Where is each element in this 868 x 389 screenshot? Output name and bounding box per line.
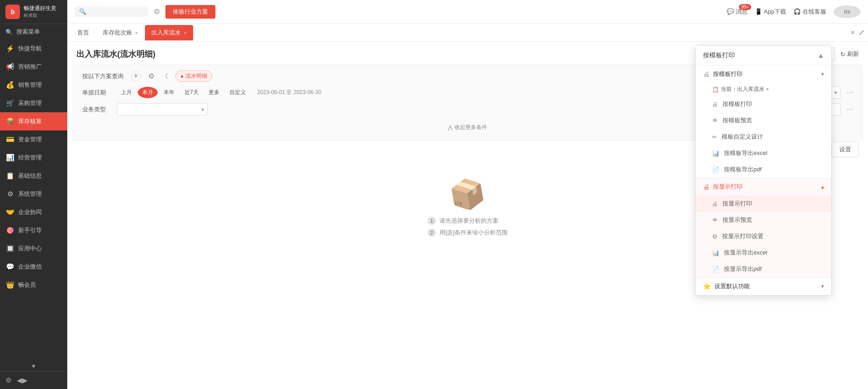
user-name: Rit — [844, 9, 850, 15]
display-preview-label: 按显示预览 — [723, 216, 752, 224]
sidebar-item-wechat[interactable]: 💬 企业微信 — [0, 258, 67, 276]
dropdown-section-display-left: 🖨 按显示打印 — [703, 183, 743, 191]
dropdown-item-template-export-excel[interactable]: 📊 按模板导出excel — [696, 145, 831, 161]
template-print-item-icon: 🖨 — [712, 101, 718, 108]
tab-batch-close[interactable]: × — [135, 30, 138, 35]
topbar-search-box[interactable]: 🔍 — [75, 6, 148, 17]
topbar-search-input[interactable] — [89, 8, 144, 15]
sidebar-item-inventory[interactable]: 📦 库存核算 — [0, 112, 67, 130]
tabs-close-icon[interactable]: × — [851, 29, 855, 37]
topbar-message[interactable]: 💬 消息 99+ — [727, 8, 748, 16]
sidebar-item-label: 库存核算 — [18, 117, 42, 125]
biz-type-select[interactable] — [117, 103, 208, 115]
dropdown-section-template-print: 🖨 按模板打印 ▾ 📋 当前：出入库流水 ▾ 🖨 按模板打印 👁 按模板预览 ✏… — [696, 65, 831, 178]
dropdown-item-template-preview[interactable]: 👁 按模板预览 — [696, 112, 831, 129]
filter-collapse-icon[interactable]: 《 — [162, 72, 168, 80]
dropdown-section-setdefault-header[interactable]: ⭐ 设置默认功能 ▾ — [696, 278, 831, 295]
step-1-number: 1 — [428, 217, 436, 225]
date-btn-lastmonth[interactable]: 上月 — [117, 87, 136, 98]
sidebar-item-label: 快捷导航 — [18, 45, 42, 53]
sidebar-item-sales[interactable]: 💰 销售管理 — [0, 76, 67, 94]
tab-home[interactable]: 首页 — [71, 25, 95, 40]
sidebar: b 畅捷通好生意 标准版 🔍 搜索菜单 ⚡ 快捷导航 📢 营销推广 💰 销售管理… — [0, 0, 67, 389]
industry-btn[interactable]: 体验行业方案 — [165, 5, 215, 19]
sidebar-item-shortcut[interactable]: ⚡ 快捷导航 — [0, 40, 67, 58]
dropdown-section-set-default: ⭐ 设置默认功能 ▾ — [696, 278, 831, 295]
settings-button[interactable]: 设置 — [832, 142, 859, 157]
sidebar-item-marketing[interactable]: 📢 营销推广 — [0, 58, 67, 76]
dropdown-item-template-export-pdf[interactable]: 📄 按模板导出pdf — [696, 161, 831, 178]
tab-batch[interactable]: 库存批次账 × — [96, 25, 144, 40]
filter-add-button[interactable]: + — [131, 71, 141, 81]
dropdown-item-display-export-pdf[interactable]: 📄 按显示导出pdf — [696, 261, 831, 277]
step-2-label: 用[选]条件来缩小分析范围 — [439, 229, 508, 237]
sidebar-item-label: 企业协同 — [18, 208, 42, 216]
dropdown-chevron-up-icon[interactable]: ▲ — [818, 52, 824, 59]
dropdown-section-template-header[interactable]: 🖨 按模板打印 ▾ — [696, 65, 831, 83]
topbar-gear-icon[interactable]: ⚙ — [154, 7, 160, 16]
display-print-item-icon: 🖨 — [712, 200, 718, 207]
sidebar-item-finance[interactable]: 💳 资金管理 — [0, 130, 67, 149]
newbie-icon: 🎯 — [5, 226, 15, 234]
topbar-app-download[interactable]: 📱 App下载 — [755, 8, 786, 16]
sidebar-item-appcenter[interactable]: 🔲 应用中心 — [0, 239, 67, 258]
refresh-button[interactable]: ↻ 刷新 — [840, 50, 859, 58]
date-btn-thisyear[interactable]: 本年 — [160, 87, 179, 98]
user-avatar[interactable]: Rit — [833, 5, 861, 18]
tab-flow[interactable]: 出入库流水 × — [145, 25, 193, 40]
sidebar-item-basic[interactable]: 📋 基础信息 — [0, 167, 67, 185]
dropdown-section-left: 🖨 按模板打印 — [703, 70, 743, 78]
sidebar-bottom: ⚙ ◀▶ — [0, 371, 67, 389]
dropdown-panel: 按模板打印 ▲ 🖨 按模板打印 ▾ 📋 当前：出入库流水 ▾ 🖨 按模板打印 👁… — [695, 45, 832, 296]
current-template-label: 📋 当前：出入库流水 ▾ — [696, 83, 831, 96]
sidebar-item-member[interactable]: 👑 畅会员 — [0, 276, 67, 294]
sidebar-item-newbie[interactable]: 🎯 新手引导 — [0, 221, 67, 239]
dropdown-item-display-print[interactable]: 🖨 按显示打印 — [696, 195, 831, 212]
sidebar-item-purchase[interactable]: 🛒 采购管理 — [0, 94, 67, 112]
tab-flow-close[interactable]: × — [184, 30, 186, 35]
filter-tag: ● 流水明细 — [175, 70, 212, 82]
sidebar-item-operations[interactable]: 📊 经营管理 — [0, 149, 67, 167]
dropdown-item-template-customize[interactable]: ✏ 模板自定义设计 — [696, 129, 831, 145]
page-title: 出入库流水(流水明细) — [76, 49, 155, 60]
purchase-icon: 🛒 — [5, 99, 15, 107]
collapse-icon[interactable]: ◀▶ — [17, 376, 28, 384]
sidebar-scroll-down[interactable]: ▼ — [0, 361, 67, 371]
date-btn-custom[interactable]: 自定义 — [225, 87, 250, 98]
date-btn-more[interactable]: 更多 — [205, 87, 224, 98]
query-label: 按以下方案查询 — [82, 72, 124, 80]
basic-icon: 📋 — [5, 172, 15, 180]
current-chevron-icon: ▾ — [766, 86, 769, 92]
tabs-expand-icon[interactable]: ⤢ — [858, 28, 864, 37]
dropdown-item-display-preview[interactable]: 👁 按显示预览 — [696, 212, 831, 228]
date-btn-7days[interactable]: 近7天 — [180, 87, 203, 98]
filter-settings-icon[interactable]: ⚙ — [148, 72, 155, 80]
sidebar-item-system[interactable]: ⚙ 系统管理 — [0, 185, 67, 203]
warehouse-dots[interactable]: ··· — [846, 105, 853, 114]
dots-btn[interactable]: ··· — [846, 88, 853, 97]
topbar-online-service[interactable]: 🎧 在线客服 — [793, 8, 826, 16]
dropdown-item-display-print-settings[interactable]: ⚙ 按显示打印设置 — [696, 228, 831, 244]
display-print-chevron-icon: ▴ — [821, 184, 824, 190]
set-default-section-icon: ⭐ — [703, 283, 711, 290]
settings-icon[interactable]: ⚙ — [5, 376, 11, 384]
biz-type-label: 业务类型 — [82, 105, 110, 114]
display-export-pdf-label: 按显示导出pdf — [724, 265, 762, 273]
template-preview-icon: 👁 — [712, 117, 718, 124]
date-btn-thismonth[interactable]: 本月 — [138, 87, 158, 98]
dropdown-item-display-export-excel[interactable]: 📊 按显示导出excel — [696, 244, 831, 261]
filter-tag-label: 流水明细 — [185, 72, 207, 80]
marketing-icon: 📢 — [5, 63, 15, 71]
sidebar-search[interactable]: 🔍 搜索菜单 — [0, 24, 67, 40]
dropdown-section-display-header[interactable]: 🖨 按显示打印 ▴ — [696, 178, 831, 195]
sidebar-item-label: 销售管理 — [18, 81, 42, 89]
topbar-search-icon: 🔍 — [79, 8, 86, 15]
tab-batch-label: 库存批次账 — [103, 29, 132, 37]
dropdown-header-label: 按模板打印 — [703, 51, 735, 60]
topbar: 🔍 ⚙ 体验行业方案 💬 消息 99+ 📱 App下载 🎧 在线客服 Rit — [67, 0, 868, 24]
display-export-pdf-icon: 📄 — [712, 266, 719, 273]
sidebar-item-enterprise[interactable]: 🤝 企业协同 — [0, 203, 67, 221]
dropdown-item-template-print[interactable]: 🖨 按模板打印 — [696, 96, 831, 112]
template-export-pdf-icon: 📄 — [712, 166, 719, 173]
operations-icon: 📊 — [5, 154, 15, 162]
